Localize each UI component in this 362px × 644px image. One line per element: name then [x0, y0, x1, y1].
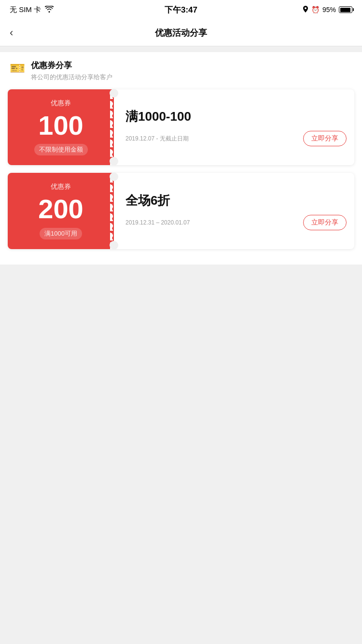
status-right: ⏰ 95% [303, 6, 352, 14]
coupon-card-2: 优惠券 200 满1000可用 全场6折 2019.12.31 – 2020.0… [8, 173, 354, 249]
coupon-list: 优惠券 100 不限制使用金额 满1000-100 2019.12.07 - 无… [0, 89, 362, 265]
coupon-type-1: 优惠券 [51, 99, 71, 108]
top-divider [0, 46, 362, 52]
status-left: 无 SIM 卡 [10, 5, 54, 14]
nav-bar: ‹ 优惠活动分享 [0, 19, 362, 46]
coupon-right-2: 全场6折 2019.12.31 – 2020.01.07 立即分享 [114, 173, 354, 249]
coupon-right-1: 满1000-100 2019.12.07 - 无截止日期 立即分享 [114, 89, 354, 166]
coupon-footer-1: 2019.12.07 - 无截止日期 立即分享 [125, 131, 347, 146]
coupon-name-1: 满1000-100 [125, 108, 347, 125]
empty-area [0, 265, 362, 506]
carrier-text: 无 SIM 卡 [10, 5, 41, 14]
coupon-date-1: 2019.12.07 - 无截止日期 [125, 135, 189, 143]
battery-percent: 95% [322, 6, 336, 14]
section-header: 🎫 优惠券分享 将公司的优惠活动分享给客户 [0, 52, 362, 89]
coupon-left-2: 优惠券 200 满1000可用 [8, 173, 114, 249]
status-time: 下午3:47 [165, 4, 197, 15]
share-button-2[interactable]: 立即分享 [303, 215, 347, 230]
coupon-card-1: 优惠券 100 不限制使用金额 满1000-100 2019.12.07 - 无… [8, 89, 354, 166]
location-icon [303, 6, 308, 14]
coupon-share-icon: 🎫 [10, 61, 25, 76]
coupon-name-2: 全场6折 [125, 192, 347, 209]
section-subtitle: 将公司的优惠活动分享给客户 [31, 73, 112, 82]
status-bar: 无 SIM 卡 下午3:47 ⏰ 95% [0, 0, 362, 19]
section-text-group: 优惠券分享 将公司的优惠活动分享给客户 [31, 60, 112, 82]
scallop-bottom-1 [110, 157, 118, 166]
coupon-footer-2: 2019.12.31 – 2020.01.07 立即分享 [125, 215, 347, 230]
battery-icon [339, 6, 352, 13]
coupon-type-2: 优惠券 [51, 182, 71, 191]
scallop-top-2 [110, 172, 118, 181]
back-button[interactable]: ‹ [10, 27, 13, 39]
scallop-bottom-2 [110, 241, 118, 250]
coupon-left-1: 优惠券 100 不限制使用金额 [8, 89, 114, 166]
coupon-condition-2: 满1000可用 [40, 228, 82, 239]
coupon-date-2: 2019.12.31 – 2020.01.07 [125, 219, 190, 226]
coupon-condition-1: 不限制使用金额 [34, 144, 88, 155]
coupon-amount-2: 200 [38, 194, 83, 224]
wifi-icon [45, 6, 54, 14]
section-title: 优惠券分享 [31, 60, 112, 71]
share-button-1[interactable]: 立即分享 [303, 131, 347, 146]
nav-title: 优惠活动分享 [155, 27, 207, 39]
scallop-top-1 [110, 89, 118, 98]
coupon-amount-1: 100 [38, 111, 83, 140]
alarm-icon: ⏰ [311, 6, 320, 14]
